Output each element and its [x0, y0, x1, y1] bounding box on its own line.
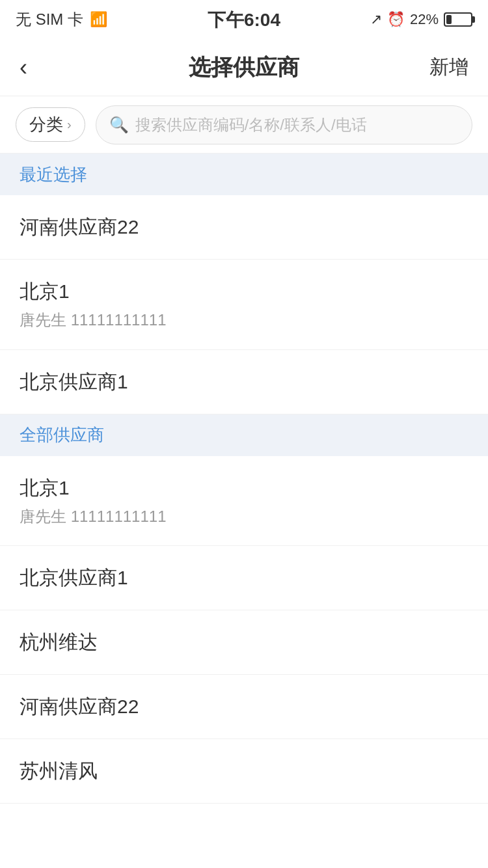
battery-fill: [446, 15, 452, 24]
list-item-name: 北京1: [20, 278, 468, 305]
list-item[interactable]: 北京1唐先生 11111111111: [0, 456, 488, 547]
wifi-icon: 📶: [90, 11, 107, 28]
list-item[interactable]: 杭州维达: [0, 610, 488, 675]
alarm-icon: ⏰: [387, 11, 405, 28]
add-button[interactable]: 新增: [429, 54, 468, 81]
list-item[interactable]: 北京供应商1: [0, 350, 488, 414]
list-item-sub: 唐先生 11111111111: [20, 506, 468, 528]
battery-percent: 22%: [410, 11, 439, 28]
status-left: 无 SIM 卡 📶: [16, 9, 107, 30]
all-section-header: 全部供应商: [0, 414, 488, 456]
all-section-label: 全部供应商: [20, 424, 104, 446]
sim-text: 无 SIM 卡: [16, 9, 83, 30]
recent-section-label: 最近选择: [20, 163, 87, 186]
chevron-right-icon: ›: [67, 117, 72, 132]
search-icon: 🔍: [109, 116, 129, 134]
location-icon: ↗: [370, 11, 382, 28]
nav-bar: ‹ 选择供应商 新增: [0, 39, 488, 96]
list-item[interactable]: 河南供应商22: [0, 675, 488, 739]
all-list: 北京1唐先生 11111111111北京供应商1杭州维达河南供应商22苏州清风: [0, 456, 488, 804]
status-bar: 无 SIM 卡 📶 下午6:04 ↗ ⏰ 22%: [0, 0, 488, 39]
recent-list: 河南供应商22北京1唐先生 11111111111北京供应商1: [0, 195, 488, 414]
category-label: 分类: [29, 113, 63, 136]
page-title: 选择供应商: [189, 53, 299, 83]
status-right: ↗ ⏰ 22%: [370, 11, 472, 28]
list-item-name: 河南供应商22: [20, 693, 468, 720]
list-item-name: 杭州维达: [20, 629, 468, 656]
status-time: 下午6:04: [208, 8, 280, 33]
list-item-name: 河南供应商22: [20, 213, 468, 241]
list-item[interactable]: 苏州清风: [0, 739, 488, 804]
filter-bar: 分类 › 🔍 搜索供应商编码/名称/联系人/电话: [0, 96, 488, 154]
list-item-name: 北京供应商1: [20, 564, 468, 591]
recent-section-header: 最近选择: [0, 154, 488, 195]
list-item-name: 北京供应商1: [20, 368, 468, 396]
back-button[interactable]: ‹: [20, 54, 59, 81]
list-item-sub: 唐先生 11111111111: [20, 309, 468, 331]
category-button[interactable]: 分类 ›: [16, 107, 85, 142]
list-item[interactable]: 河南供应商22: [0, 195, 488, 260]
search-box[interactable]: 🔍 搜索供应商编码/名称/联系人/电话: [96, 105, 472, 144]
battery-bar: [444, 12, 472, 27]
list-item[interactable]: 北京1唐先生 11111111111: [0, 260, 488, 350]
list-item-name: 苏州清风: [20, 757, 468, 785]
list-item[interactable]: 北京供应商1: [0, 546, 488, 610]
search-placeholder: 搜索供应商编码/名称/联系人/电话: [135, 115, 367, 135]
list-item-name: 北京1: [20, 474, 468, 502]
